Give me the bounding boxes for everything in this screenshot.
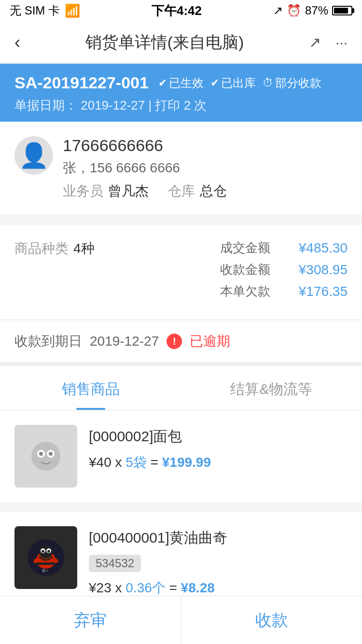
check-icon-2: ✔ <box>210 77 219 89</box>
status-shipped-label: 已出库 <box>221 75 256 91</box>
stats-section: 商品种类 4种 成交金额 ¥485.30 收款金额 ¥308.95 本单欠款 ¥… <box>0 225 362 320</box>
order-date: 2019-12-27 <box>81 98 145 112</box>
equals-sign-1: = <box>151 455 158 470</box>
tab-settlement-label: 结算&物流等 <box>230 381 312 397</box>
customer-section: 👤 17666666666 张，156 6666 6666 业务员 曾凡杰 仓库… <box>0 122 362 215</box>
table-row: [0000002]面包 ¥40 x 5袋 = ¥199.99 <box>0 410 362 502</box>
location-icon: ↗ <box>273 4 283 17</box>
qty-2: 0.36个 <box>125 580 166 595</box>
gray-thumb-placeholder <box>14 425 77 488</box>
product-info-2: [000400001]黄油曲奇 534532 ¥23 x 0.36个 = ¥8.… <box>89 526 348 597</box>
status-tags: ✔ 已生效 ✔ 已出库 ⏱ 部分收款 <box>158 75 321 91</box>
multiply-1: x <box>115 455 122 470</box>
status-active-label: 已生效 <box>169 75 204 91</box>
date-label: 单据日期： <box>14 98 77 112</box>
sales-meta: 业务员 曾凡杰 <box>63 182 149 200</box>
received-row: 收款金额 ¥308.95 <box>220 261 348 278</box>
price-base-2: ¥23 <box>89 580 111 595</box>
warehouse-value: 总仓 <box>200 182 227 200</box>
alarm-icon: ⏰ <box>287 4 301 17</box>
status-partial-label: 部分收款 <box>275 75 321 91</box>
product-code-name-2: [000400001]黄油曲奇 <box>89 528 348 548</box>
svg-text:鲁+: 鲁+ <box>42 569 48 573</box>
product-price-1: ¥40 x 5袋 = ¥199.99 <box>89 453 348 472</box>
status-tag-active: ✔ 已生效 <box>158 75 204 91</box>
owl-thumb-placeholder: 鲁+ <box>14 526 77 589</box>
svg-point-3 <box>39 452 43 456</box>
customer-meta: 业务员 曾凡杰 仓库 总仓 <box>63 182 348 200</box>
status-right: ↗ ⏰ 87% <box>273 4 352 17</box>
sales-value: 曾凡杰 <box>108 182 149 200</box>
product-price-2: ¥23 x 0.36个 = ¥8.28 <box>89 579 348 597</box>
total-1: ¥199.99 <box>162 455 211 470</box>
svg-point-10 <box>42 550 44 553</box>
status-tag-shipped: ✔ 已出库 <box>210 75 256 91</box>
svg-point-4 <box>49 452 53 456</box>
received-value: ¥308.95 <box>280 262 348 278</box>
customer-contact: 张，156 6666 6666 <box>63 159 348 177</box>
order-id: SA-20191227-001 <box>14 73 149 92</box>
customer-info: 17666666666 张，156 6666 6666 业务员 曾凡杰 仓库 总… <box>63 136 348 200</box>
svg-rect-14 <box>36 562 56 565</box>
owed-label: 本单欠款 <box>220 283 270 300</box>
overdue-text: 已逾期 <box>190 332 230 350</box>
overdue-badge: ! <box>167 334 182 349</box>
received-label: 收款金额 <box>220 261 270 278</box>
check-icon-1: ✔ <box>158 77 167 89</box>
back-button[interactable]: ‹ <box>14 32 20 53</box>
svg-point-0 <box>31 442 60 471</box>
status-bar: 无 SIM 卡 📶 下午4:42 ↗ ⏰ 87% <box>0 0 362 21</box>
sales-label: 业务员 <box>63 182 103 200</box>
equals-sign-2: = <box>169 580 177 595</box>
price-base-1: ¥40 <box>89 455 111 470</box>
product-code-name-1: [0000002]面包 <box>89 427 348 447</box>
product-thumb-2: 鲁+ <box>14 526 77 589</box>
customer-name: 17666666666 <box>63 136 348 155</box>
svg-point-11 <box>47 550 50 553</box>
status-left: 无 SIM 卡 📶 <box>10 3 80 18</box>
tab-sales-label: 销售商品 <box>62 381 120 397</box>
product-tag-2: 534532 <box>89 555 141 572</box>
status-time: 下午4:42 <box>152 2 202 19</box>
due-section: 收款到期日 2019-12-27 ! 已逾期 <box>0 321 362 366</box>
print-info: | 打印 2 次 <box>148 98 207 112</box>
qty-1: 5袋 <box>125 455 147 470</box>
total-2: ¥8.28 <box>181 580 215 595</box>
due-date-label: 收款到期日 <box>14 332 82 350</box>
deal-amount-value: ¥485.30 <box>280 240 348 256</box>
banner-date-row: 单据日期： 2019-12-27 | 打印 2 次 <box>14 97 348 114</box>
deal-amount-row: 成交金额 ¥485.30 <box>220 239 348 256</box>
product-list: [0000002]面包 ¥40 x 5袋 = ¥199.99 <box>0 410 362 612</box>
overdue-icon: ! <box>173 336 176 347</box>
page-title: 销货单详情(来自电脑) <box>85 31 244 54</box>
tab-settlement[interactable]: 结算&物流等 <box>181 366 362 410</box>
product-thumb-1 <box>14 425 77 488</box>
abandon-review-button[interactable]: 弃审 <box>0 596 181 644</box>
due-date-value: 2019-12-27 <box>90 334 159 349</box>
owed-value: ¥176.35 <box>280 284 348 299</box>
avatar-icon: 👤 <box>19 141 49 169</box>
warehouse-meta: 仓库 总仓 <box>168 182 227 200</box>
collect-payment-button[interactable]: 收款 <box>181 596 362 644</box>
clock-icon: ⏱ <box>263 77 273 89</box>
avatar: 👤 <box>14 136 53 175</box>
wifi-icon: 📶 <box>65 3 80 18</box>
nav-actions: ↗ ··· <box>309 34 348 51</box>
category-value: 4种 <box>73 239 95 258</box>
nav-bar: ‹ 销货单详情(来自电脑) ↗ ··· <box>0 21 362 64</box>
owed-row: 本单欠款 ¥176.35 <box>220 283 348 300</box>
stats-left: 商品种类 4种 <box>14 239 95 258</box>
tabs-section: 销售商品 结算&物流等 <box>0 366 362 410</box>
tab-sales-products[interactable]: 销售商品 <box>0 366 181 410</box>
deal-amount-label: 成交金额 <box>220 239 270 256</box>
category-label: 商品种类 <box>14 239 69 258</box>
battery-percent: 87% <box>305 4 328 17</box>
warehouse-label: 仓库 <box>168 182 195 200</box>
battery-icon <box>332 6 352 15</box>
multiply-2: x <box>115 580 122 595</box>
more-button[interactable]: ··· <box>335 34 348 51</box>
carrier-label: 无 SIM 卡 <box>10 3 60 18</box>
banner-row1: SA-20191227-001 ✔ 已生效 ✔ 已出库 ⏱ 部分收款 <box>14 73 348 92</box>
product-info-1: [0000002]面包 ¥40 x 5袋 = ¥199.99 <box>89 425 348 472</box>
share-button[interactable]: ↗ <box>309 34 321 51</box>
